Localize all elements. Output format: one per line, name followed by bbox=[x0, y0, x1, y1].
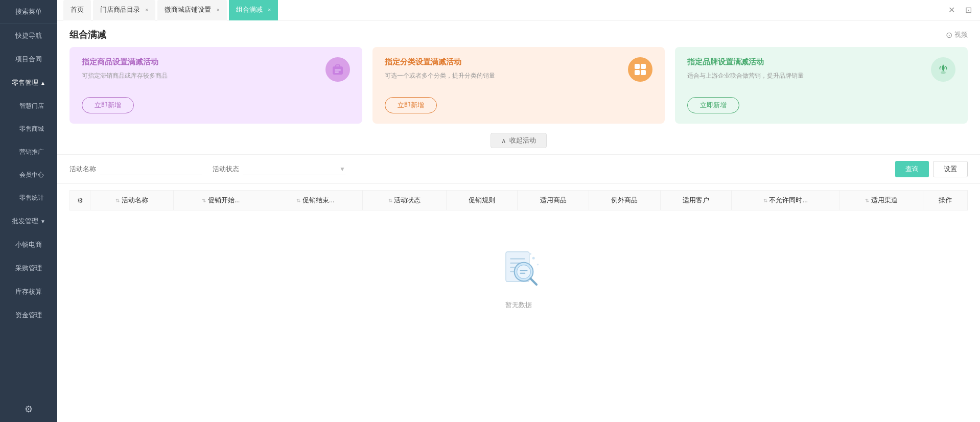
sidebar-item-label: 快捷导航 bbox=[15, 31, 42, 40]
filter-activity-name: 活动名称 bbox=[69, 163, 202, 175]
sidebar-item-purchase-mgmt[interactable]: 采购管理 bbox=[0, 256, 57, 280]
tab-label: 门店商品目录 bbox=[100, 5, 140, 14]
activity-status-label: 活动状态 bbox=[213, 165, 239, 174]
video-link[interactable]: ⊙ 视频 bbox=[946, 30, 968, 40]
sidebar-item-fund-mgmt[interactable]: 资金管理 bbox=[0, 303, 57, 327]
sidebar-item-label: 零售统计 bbox=[19, 194, 44, 202]
tab-bar-right: ✕ ⊡ bbox=[946, 4, 974, 16]
tab-close-wechat-store[interactable]: × bbox=[216, 7, 219, 13]
svg-rect-3 bbox=[335, 72, 339, 73]
th-promo-start: ⇅ 促销开始... bbox=[174, 191, 268, 210]
close-window-button[interactable]: ✕ bbox=[946, 4, 957, 16]
table-header: ⚙ ⇅ 活动名称 ⇅ 促销开始... ⇅ 促销结束... bbox=[70, 191, 968, 210]
sort-icon[interactable]: ⇅ bbox=[115, 198, 120, 203]
tab-label: 首页 bbox=[71, 5, 84, 14]
filter-activity-status: 活动状态 ▼ bbox=[213, 163, 345, 175]
sidebar: 搜索菜单 快捷导航 项目合同 零售管理 ▲ 智慧门店 零售商城 营销推广 会员中… bbox=[0, 0, 57, 422]
filter-section: 活动名称 活动状态 ▼ 查询 设置 bbox=[57, 154, 980, 184]
svg-point-21 bbox=[537, 264, 539, 265]
sidebar-item-quick-nav[interactable]: 快捷导航 bbox=[0, 24, 57, 48]
chevron-down-icon: ▼ bbox=[40, 219, 45, 224]
sort-icon[interactable]: ⇅ bbox=[865, 198, 869, 203]
card-brand-title: 指定品牌设置满减活动 bbox=[687, 57, 955, 67]
svg-rect-6 bbox=[635, 70, 640, 75]
empty-row: 暂无数据 bbox=[70, 210, 968, 331]
sidebar-item-label: 营销推广 bbox=[19, 148, 44, 156]
setting-button[interactable]: 设置 bbox=[933, 161, 968, 177]
sidebar-item-label: 库存核算 bbox=[15, 287, 42, 296]
svg-line-17 bbox=[530, 278, 536, 285]
th-applicable-channel: ⇅ 适用渠道 bbox=[839, 191, 923, 210]
th-applicable-goods: 适用商品 bbox=[518, 191, 589, 210]
page-header: 组合满减 ⊙ 视频 bbox=[57, 20, 980, 47]
filter-buttons: 查询 设置 bbox=[895, 161, 968, 177]
empty-state: 暂无数据 bbox=[70, 210, 968, 330]
table-body: 暂无数据 bbox=[70, 210, 968, 331]
sidebar-item-smart-store[interactable]: 智慧门店 bbox=[0, 95, 57, 118]
tab-home[interactable]: 首页 bbox=[63, 0, 91, 20]
card-product-title: 指定商品设置满减活动 bbox=[82, 57, 350, 67]
sidebar-item-stock-check[interactable]: 库存核算 bbox=[0, 280, 57, 303]
main-area: 首页 门店商品目录 × 微商城店铺设置 × 组合满减 × ✕ ⊡ 组合满减 ⊙ … bbox=[57, 0, 980, 422]
sort-icon[interactable]: ⇅ bbox=[296, 198, 300, 203]
sidebar-item-label: 资金管理 bbox=[15, 311, 42, 320]
card-brand-desc: 适合与上游企业联合做营销，提升品牌销量 bbox=[687, 71, 955, 89]
card-category: 指定分类设置满减活动 可选一个或者多个分类，提升分类的销量 立即新增 bbox=[372, 47, 665, 124]
svg-point-16 bbox=[517, 265, 531, 279]
card-product: 指定商品设置满减活动 可指定滞销商品或库存较多商品 立即新增 bbox=[69, 47, 362, 124]
tab-close-store-catalog[interactable]: × bbox=[145, 7, 148, 13]
play-circle-icon: ⊙ bbox=[946, 30, 952, 40]
table-header-row: ⚙ ⇅ 活动名称 ⇅ 促销开始... ⇅ 促销结束... bbox=[70, 191, 968, 210]
tab-combo-discount[interactable]: 组合满减 × bbox=[229, 0, 278, 20]
sidebar-item-project-contract[interactable]: 项目合同 bbox=[0, 48, 57, 71]
svg-rect-11 bbox=[510, 258, 525, 260]
sidebar-item-marketing[interactable]: 营销推广 bbox=[0, 140, 57, 163]
sidebar-item-retail-mall[interactable]: 零售商城 bbox=[0, 118, 57, 140]
card-category-title: 指定分类设置满减活动 bbox=[385, 57, 653, 67]
query-button[interactable]: 查询 bbox=[895, 161, 929, 177]
activity-status-select[interactable]: ▼ bbox=[243, 163, 345, 175]
card-brand-add-button[interactable]: 立即新增 bbox=[687, 97, 739, 113]
th-gear[interactable]: ⚙ bbox=[70, 191, 90, 210]
sidebar-item-member-center[interactable]: 会员中心 bbox=[0, 163, 57, 186]
chevron-up-icon: ∧ bbox=[501, 137, 506, 145]
sort-icon[interactable]: ⇅ bbox=[388, 198, 392, 203]
sort-icon[interactable]: ⇅ bbox=[763, 198, 767, 203]
th-operation: 操作 bbox=[923, 191, 967, 210]
sidebar-item-wholesale-mgmt[interactable]: 批发管理 ▼ bbox=[0, 209, 57, 233]
card-product-add-button[interactable]: 立即新增 bbox=[82, 97, 134, 113]
minimize-window-button[interactable]: ⊡ bbox=[963, 4, 974, 16]
sort-icon[interactable]: ⇅ bbox=[202, 198, 206, 203]
sidebar-item-retail-stats[interactable]: 零售统计 bbox=[0, 186, 57, 209]
page-title: 组合满减 bbox=[69, 29, 106, 41]
data-table: ⚙ ⇅ 活动名称 ⇅ 促销开始... ⇅ 促销结束... bbox=[69, 190, 968, 330]
sidebar-search[interactable]: 搜索菜单 bbox=[0, 0, 57, 24]
th-activity-status: ⇅ 活动状态 bbox=[363, 191, 446, 210]
chevron-up-icon: ▲ bbox=[40, 80, 45, 86]
sidebar-item-label: 采购管理 bbox=[15, 264, 42, 273]
collapse-activities-button[interactable]: ∧ 收起活动 bbox=[491, 133, 547, 148]
collapse-bar: ∧ 收起活动 bbox=[57, 130, 980, 154]
tab-wechat-store[interactable]: 微商城店铺设置 × bbox=[157, 0, 226, 20]
activity-name-input[interactable] bbox=[100, 163, 202, 175]
sidebar-item-label: 项目合同 bbox=[15, 55, 42, 64]
tab-store-catalog[interactable]: 门店商品目录 × bbox=[93, 0, 155, 20]
sidebar-item-xiaochang-ec[interactable]: 小畅电商 bbox=[0, 233, 57, 256]
sidebar-item-label: 会员中心 bbox=[19, 171, 44, 179]
sidebar-item-label: 批发管理 bbox=[12, 217, 38, 226]
tab-close-combo-discount[interactable]: × bbox=[268, 7, 271, 13]
svg-point-22 bbox=[530, 253, 531, 254]
card-category-add-button[interactable]: 立即新增 bbox=[385, 97, 437, 113]
empty-cell: 暂无数据 bbox=[70, 210, 968, 331]
card-brand: 指定品牌设置满减活动 适合与上游企业联合做营销，提升品牌销量 立即新增 bbox=[675, 47, 968, 124]
card-brand-icon bbox=[931, 57, 955, 82]
sidebar-item-label: 小畅电商 bbox=[15, 240, 42, 249]
sidebar-settings[interactable]: ⚙ bbox=[0, 396, 57, 422]
svg-rect-7 bbox=[641, 70, 646, 75]
th-no-concurrent: ⇅ 不允许同时... bbox=[732, 191, 839, 210]
empty-text: 暂无数据 bbox=[505, 300, 532, 310]
th-promo-rule: 促销规则 bbox=[446, 191, 518, 210]
svg-rect-19 bbox=[520, 273, 526, 274]
tab-label: 组合满减 bbox=[236, 5, 263, 14]
sidebar-item-retail-mgmt[interactable]: 零售管理 ▲ bbox=[0, 71, 57, 95]
